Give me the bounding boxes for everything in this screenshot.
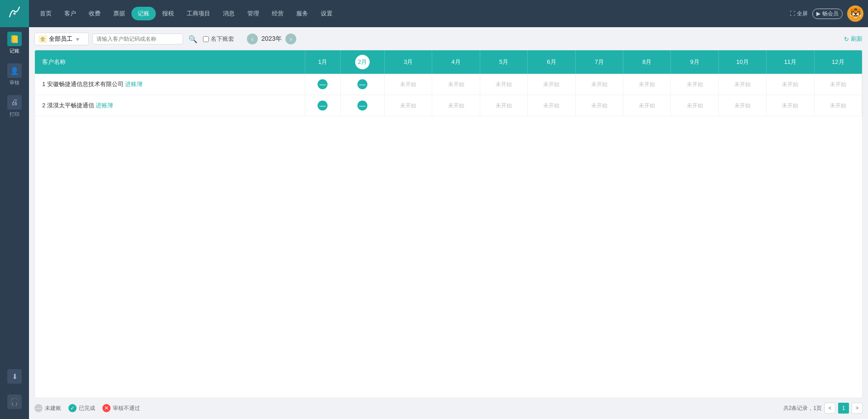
col-month-6: 6月 bbox=[528, 50, 575, 74]
status-not-started-text: 未开始 bbox=[830, 81, 846, 87]
pagination: 共2条记录，1页 < 1 > bbox=[783, 403, 863, 414]
nav-business[interactable]: 工商项目 bbox=[180, 7, 217, 20]
search-button[interactable]: 🔍 bbox=[187, 34, 199, 44]
enter-ledger-link[interactable]: 进账簿 bbox=[96, 102, 113, 109]
review-icon: 👤 bbox=[7, 63, 22, 78]
nav-service[interactable]: 服务 bbox=[290, 7, 314, 20]
nav-billing[interactable]: 收费 bbox=[82, 7, 107, 20]
legend-done: ✓ 已完成 bbox=[68, 404, 95, 412]
client-name-cell: 1 安徽畅捷通信息技术有限公司 进账簿 bbox=[35, 74, 305, 95]
sidebar: 📒 记账 👤 审核 🖨 打印 ⬇ 🎧 bbox=[0, 0, 29, 419]
status-done-icon[interactable]: — bbox=[357, 101, 367, 111]
status-cell-m11: 未开始 bbox=[767, 95, 814, 116]
user-avatar[interactable]: 🐯 bbox=[847, 5, 863, 22]
status-not-started-text: 未开始 bbox=[591, 81, 608, 87]
status-not-started-text: 未开始 bbox=[687, 81, 703, 87]
status-cell-m8: 未开始 bbox=[623, 95, 671, 116]
nav-client[interactable]: 客户 bbox=[58, 7, 82, 20]
legend-not-built: — 未建账 bbox=[34, 404, 61, 412]
nav-message[interactable]: 消息 bbox=[217, 7, 241, 20]
status-cell-m10: 未开始 bbox=[719, 95, 766, 116]
sidebar-item-print[interactable]: 🖨 打印 bbox=[0, 91, 29, 122]
search-input[interactable] bbox=[92, 34, 183, 44]
status-done-icon[interactable]: — bbox=[318, 101, 328, 111]
nav-invoice[interactable]: 票据 bbox=[107, 7, 131, 20]
year-label: 2023年 bbox=[261, 35, 282, 43]
row-index: 1 bbox=[42, 81, 47, 87]
year-next-button[interactable]: › bbox=[285, 34, 296, 44]
status-not-started-text: 未开始 bbox=[734, 81, 751, 87]
col-month-2: 2月 bbox=[340, 50, 384, 74]
col-month-4: 4月 bbox=[432, 50, 480, 74]
undername-checkbox-label[interactable]: 名下账套 bbox=[203, 35, 234, 43]
print-icon: 🖨 bbox=[7, 95, 22, 110]
nav-tax[interactable]: 报税 bbox=[156, 7, 180, 20]
nav-operations[interactable]: 经营 bbox=[265, 7, 290, 20]
status-cell-m2: — bbox=[340, 95, 384, 116]
year-navigation: ‹ 2023年 › bbox=[247, 34, 296, 44]
main-area: 首页 客户 收费 票据 记账 报税 工商项目 消息 管理 经营 服务 设置 ⛶ … bbox=[29, 0, 868, 419]
pagination-page-1[interactable]: 1 bbox=[838, 403, 849, 414]
bottom-bar: — 未建账 ✓ 已完成 ✕ 审核不通过 共2条记录，1页 < 1 > bbox=[34, 398, 863, 414]
status-not-started-text: 未开始 bbox=[543, 81, 559, 87]
sidebar-item-headset[interactable]: 🎧 bbox=[0, 390, 29, 414]
data-table: 客户名称 1月 2月 3月 4月 5月 6月 7月 8月 9月 10月 11月 … bbox=[35, 50, 862, 116]
sidebar-item-download[interactable]: ⬇ bbox=[0, 365, 29, 388]
status-cell-m10: 未开始 bbox=[719, 74, 766, 95]
legend: — 未建账 ✓ 已完成 ✕ 审核不通过 bbox=[34, 404, 140, 412]
status-done-icon[interactable]: — bbox=[357, 79, 367, 89]
chevron-down-icon: ▾ bbox=[76, 36, 79, 43]
sidebar-logo[interactable] bbox=[0, 0, 29, 27]
refresh-button[interactable]: ↻ 刷新 bbox=[844, 35, 863, 43]
col-client-name: 客户名称 bbox=[35, 50, 305, 74]
employee-tag: 全 bbox=[39, 35, 47, 43]
status-cell-m12: 未开始 bbox=[814, 95, 862, 116]
status-not-started-text: 未开始 bbox=[448, 81, 464, 87]
year-prev-button[interactable]: ‹ bbox=[247, 34, 258, 44]
nav-home[interactable]: 首页 bbox=[34, 7, 58, 20]
status-cell-m7: 未开始 bbox=[575, 74, 623, 95]
status-not-started-text: 未开始 bbox=[543, 102, 559, 109]
pagination-prev[interactable]: < bbox=[825, 403, 835, 414]
download-icon: ⬇ bbox=[7, 369, 22, 384]
status-cell-m12: 未开始 bbox=[814, 74, 862, 95]
pagination-next[interactable]: > bbox=[852, 403, 863, 414]
fullscreen-button[interactable]: ⛶ 全屏 bbox=[790, 10, 808, 18]
status-cell-m1: — bbox=[305, 74, 341, 95]
col-month-7: 7月 bbox=[575, 50, 623, 74]
status-not-started-text: 未开始 bbox=[400, 81, 416, 87]
svg-point-0 bbox=[13, 12, 15, 14]
col-month-8: 8月 bbox=[623, 50, 671, 74]
col-month-10: 10月 bbox=[719, 50, 766, 74]
client-name-cell: 2 漠漠太平畅捷通信 进账簿 bbox=[35, 95, 305, 116]
employee-select[interactable]: 全 全部员工 ▾ bbox=[34, 33, 89, 45]
nav-bookkeeping[interactable]: 记账 bbox=[131, 7, 156, 20]
fullscreen-icon: ⛶ bbox=[790, 10, 795, 17]
status-not-started-text: 未开始 bbox=[782, 81, 798, 87]
status-cell-m1: — bbox=[305, 95, 341, 116]
employee-label: 全部员工 bbox=[49, 35, 72, 43]
table-header-row: 客户名称 1月 2月 3月 4月 5月 6月 7月 8月 9月 10月 11月 … bbox=[35, 50, 862, 74]
current-month-badge: 2月 bbox=[355, 55, 370, 69]
sidebar-bottom: ⬇ 🎧 bbox=[0, 365, 29, 419]
col-month-11: 11月 bbox=[767, 50, 814, 74]
status-not-started-text: 未开始 bbox=[639, 81, 655, 87]
refresh-icon: ↻ bbox=[844, 36, 849, 43]
undername-checkbox[interactable] bbox=[203, 36, 209, 42]
sidebar-item-review[interactable]: 👤 审核 bbox=[0, 59, 29, 91]
status-not-started-text: 未开始 bbox=[687, 102, 703, 109]
enter-ledger-link[interactable]: 进账簿 bbox=[125, 81, 143, 87]
nav-management[interactable]: 管理 bbox=[241, 7, 265, 20]
col-month-12: 12月 bbox=[814, 50, 862, 74]
status-done-icon[interactable]: — bbox=[318, 79, 328, 89]
status-not-started-text: 未开始 bbox=[496, 102, 512, 109]
status-not-started-text: 未开始 bbox=[734, 102, 751, 109]
sidebar-item-bookkeeping[interactable]: 📒 记账 bbox=[0, 27, 29, 59]
nav-settings[interactable]: 设置 bbox=[314, 7, 339, 20]
play-icon: ▶ bbox=[816, 10, 820, 17]
content-area: 全 全部员工 ▾ 🔍 名下账套 ‹ 2023年 › ↻ 刷新 bbox=[29, 27, 868, 419]
status-not-started-text: 未开始 bbox=[782, 102, 798, 109]
status-not-started-text: 未开始 bbox=[830, 102, 846, 109]
member-button[interactable]: ▶ 畅会员 bbox=[812, 9, 843, 19]
status-cell-m11: 未开始 bbox=[767, 74, 814, 95]
